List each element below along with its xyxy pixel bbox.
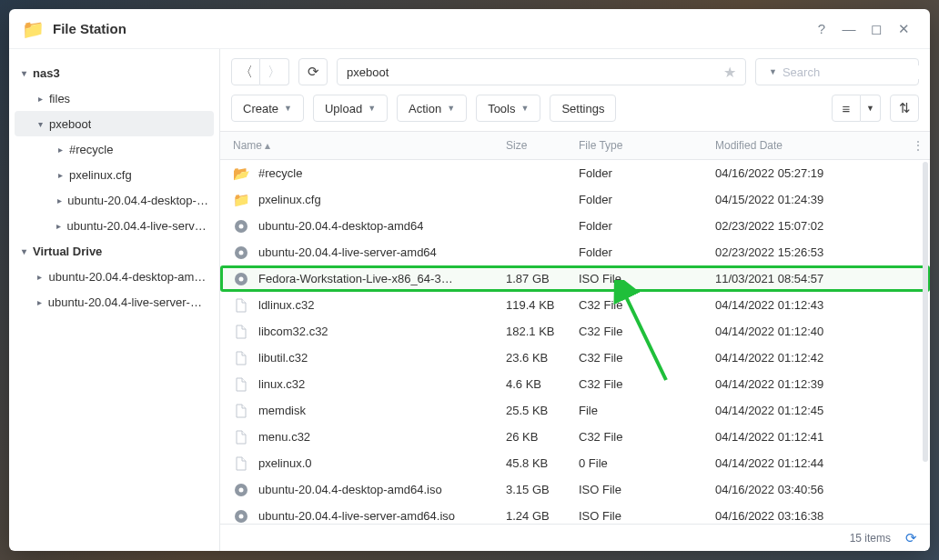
file-modified: 04/14/2022 01:12:43 [715, 298, 906, 312]
file-name: memdisk [258, 404, 306, 417]
tree-caret-icon[interactable]: ▾ [35, 119, 45, 129]
favorite-icon[interactable]: ★ [723, 64, 736, 81]
file-name: ldlinux.c32 [258, 298, 314, 312]
file-type: C32 File [579, 298, 715, 312]
col-type-header[interactable]: File Type [579, 139, 715, 152]
tree-caret-icon[interactable]: ▾ [18, 246, 29, 256]
file-size: 23.6 KB [506, 351, 579, 365]
file-modified: 04/15/2022 01:24:39 [715, 193, 906, 206]
minimize-icon[interactable]: — [835, 15, 863, 43]
file-type: Folder [579, 193, 715, 206]
sort-button[interactable]: ⇅ [890, 95, 919, 122]
file-icon [233, 429, 249, 445]
sidebar: ▾nas3▸files▾pxeboot▸#recycle▸pxelinux.cf… [9, 49, 220, 551]
file-type: ISO File [579, 272, 715, 285]
file-size: 25.5 KB [506, 404, 579, 417]
sidebar-item[interactable]: ▾nas3 [15, 60, 214, 85]
tree-caret-icon[interactable]: ▸ [35, 272, 45, 282]
table-row[interactable]: 📁pxelinux.cfgFolder04/15/2022 01:24:39 [220, 186, 930, 213]
tree-caret-icon[interactable]: ▸ [55, 145, 66, 155]
column-menu-icon[interactable]: ⋮ [906, 139, 930, 152]
file-modified: 04/14/2022 01:12:41 [715, 430, 906, 444]
svg-point-11 [239, 514, 244, 518]
disc-icon [233, 218, 249, 235]
tree-caret-icon[interactable]: ▸ [55, 170, 66, 180]
sidebar-item[interactable]: ▸ubuntu-20.04.4-live-server-amd64 [15, 289, 214, 315]
file-name: ubuntu-20.04.4-live-server-amd64 [258, 245, 437, 259]
settings-button[interactable]: Settings [550, 95, 616, 122]
chevron-down-icon: ▼ [447, 104, 455, 113]
file-modified: 04/14/2022 01:12:44 [715, 456, 906, 470]
file-modified: 04/14/2022 01:12:39 [715, 377, 906, 391]
table-row[interactable]: ubuntu-20.04.4-live-server-amd64.iso1.24… [220, 503, 930, 524]
view-dropdown-icon[interactable]: ▼ [861, 95, 881, 122]
tree-caret-icon[interactable]: ▸ [35, 297, 45, 307]
help-icon[interactable]: ? [808, 15, 835, 43]
chevron-down-icon: ▼ [368, 104, 376, 113]
sidebar-item[interactable]: ▾pxeboot [15, 111, 214, 136]
table-row[interactable]: pxelinux.045.8 KB0 File04/14/2022 01:12:… [220, 450, 930, 476]
col-mod-header[interactable]: Modified Date [715, 139, 906, 152]
table-row[interactable]: 📂#recycleFolder04/16/2022 05:27:19 [220, 160, 930, 186]
file-type: C32 File [579, 377, 715, 391]
file-modified: 02/23/2022 15:07:02 [715, 219, 906, 233]
table-row[interactable]: linux.c324.6 KBC32 File04/14/2022 01:12:… [220, 371, 930, 397]
table-row[interactable]: ubuntu-20.04.4-desktop-amd64Folder02/23/… [220, 213, 930, 239]
file-name: #recycle [258, 166, 302, 180]
col-size-header[interactable]: Size [506, 139, 579, 152]
sidebar-item-label: pxeboot [49, 117, 91, 131]
sidebar-item[interactable]: ▸ubuntu-20.04.4-live-server-amd64 [15, 213, 214, 238]
tree-caret-icon[interactable]: ▸ [55, 195, 64, 205]
close-icon[interactable]: ✕ [890, 15, 917, 43]
table-row[interactable]: libutil.c3223.6 KBC32 File04/14/2022 01:… [220, 345, 930, 371]
upload-button[interactable]: Upload▼ [313, 95, 388, 122]
tree-caret-icon[interactable]: ▾ [18, 68, 29, 78]
sidebar-item[interactable]: ▾Virtual Drive [15, 238, 214, 264]
file-type: C32 File [579, 351, 715, 365]
table-row[interactable]: Fedora-Workstation-Live-x86_64-3…1.87 GB… [220, 265, 930, 292]
search-box[interactable]: ▼ [755, 58, 919, 85]
tools-button[interactable]: Tools▼ [476, 95, 540, 122]
maximize-icon[interactable]: ◻ [863, 15, 890, 43]
sidebar-item[interactable]: ▸ubuntu-20.04.4-desktop-amd64 [15, 264, 214, 289]
file-size: 4.6 KB [506, 377, 579, 391]
action-toolbar: Create▼ Upload▼ Action▼ Tools▼ Settings … [220, 91, 930, 131]
nav-back-button[interactable]: 〈 [231, 58, 260, 85]
file-size: 1.87 GB [506, 272, 579, 285]
path-bar[interactable]: pxeboot ★ [337, 58, 746, 85]
file-grid: Name ▴ Size File Type Modified Date ⋮ 📂#… [220, 131, 930, 524]
view-mode-group: ≡ ▼ [832, 95, 881, 122]
col-name-header[interactable]: Name ▴ [220, 139, 506, 152]
sidebar-item[interactable]: ▸ubuntu-20.04.4-desktop-amd64 [15, 187, 214, 213]
disc-icon [233, 271, 249, 287]
sidebar-item[interactable]: ▸#recycle [15, 136, 214, 162]
search-input[interactable] [782, 65, 930, 79]
sidebar-item-label: ubuntu-20.04.4-live-server-amd64 [48, 295, 208, 309]
reload-button[interactable]: ⟳ [298, 58, 328, 85]
chevron-down-icon: ▼ [521, 104, 530, 113]
file-icon [233, 376, 249, 393]
create-button[interactable]: Create▼ [231, 95, 304, 122]
tree-caret-icon[interactable]: ▸ [35, 94, 45, 104]
refresh-icon[interactable]: ⟳ [905, 530, 917, 546]
file-size: 26 KB [506, 430, 579, 444]
table-row[interactable]: libcom32.c32182.1 KBC32 File04/14/2022 0… [220, 318, 930, 345]
file-icon [233, 324, 249, 340]
svg-point-7 [239, 276, 244, 281]
table-row[interactable]: ubuntu-20.04.4-desktop-amd64.iso3.15 GBI… [220, 476, 930, 503]
sidebar-item[interactable]: ▸pxelinux.cfg [15, 162, 214, 187]
main-panel: 〈 〉 ⟳ pxeboot ★ ▼ Create▼ Upload▼ Action… [220, 49, 930, 551]
table-row[interactable]: memdisk25.5 KBFile04/14/2022 01:12:45 [220, 397, 930, 424]
sidebar-item[interactable]: ▸files [15, 85, 214, 111]
file-name: ubuntu-20.04.4-desktop-amd64 [258, 219, 423, 233]
nav-forward-button[interactable]: 〉 [260, 58, 289, 85]
search-scope-dropdown-icon[interactable]: ▼ [769, 67, 777, 76]
tree-caret-icon[interactable]: ▸ [55, 221, 64, 231]
table-row[interactable]: ldlinux.c32119.4 KBC32 File04/14/2022 01… [220, 292, 930, 318]
view-list-button[interactable]: ≡ [832, 95, 861, 122]
table-row[interactable]: ubuntu-20.04.4-live-server-amd64Folder02… [220, 239, 930, 265]
folder-icon: 📁 [233, 192, 249, 208]
scrollbar[interactable] [923, 162, 928, 462]
action-button[interactable]: Action▼ [397, 95, 467, 122]
table-row[interactable]: menu.c3226 KBC32 File04/14/2022 01:12:41 [220, 424, 930, 450]
